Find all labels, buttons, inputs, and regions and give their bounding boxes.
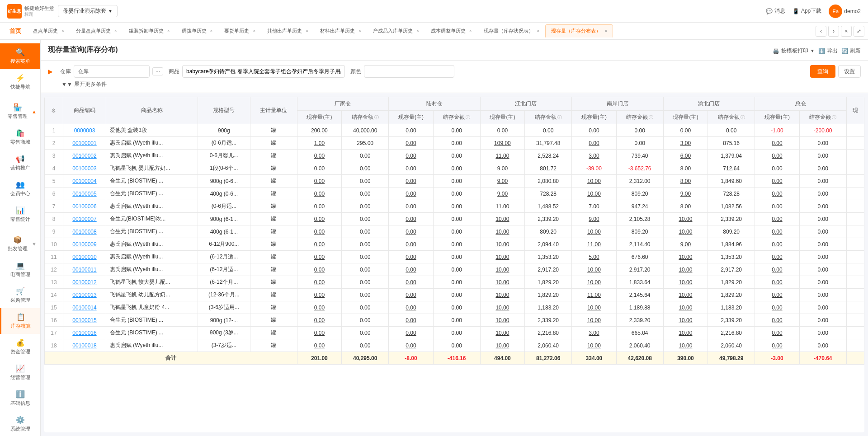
cell-zong-cur[interactable]: 0.00 (755, 314, 800, 327)
cell-zong-cur[interactable]: 0.00 (755, 251, 800, 263)
cell-code[interactable]: 00100006 (63, 200, 106, 213)
sidebar-item-system[interactable]: ⚙️ 系统管理 (0, 411, 40, 436)
cell-zong-cur[interactable]: 0.00 (755, 137, 800, 150)
cell-code[interactable]: 00100007 (63, 213, 106, 225)
cell-zong-cur[interactable]: 0.00 (755, 289, 800, 301)
cell-zong-cur[interactable]: 0.00 (755, 263, 800, 276)
cell-nanan-cur[interactable]: 10.00 (572, 301, 617, 314)
cell-code[interactable]: 00100011 (63, 263, 106, 276)
goods-input[interactable] (182, 65, 345, 78)
cell-code[interactable]: 00100016 (63, 327, 106, 339)
cell-code[interactable]: 00100008 (63, 225, 106, 238)
cell-lucun-cur[interactable]: 0.00 (389, 238, 434, 251)
cell-nanan-cur[interactable]: 10.00 (572, 175, 617, 188)
gear-icon[interactable]: ⚙ (51, 108, 56, 114)
cell-yubei-cur[interactable]: 10.00 (663, 251, 708, 263)
cell-zong-cur[interactable]: 0.00 (755, 301, 800, 314)
cell-zong-cur[interactable]: 0.00 (755, 327, 800, 339)
cell-yubei-cur[interactable]: 10.00 (663, 339, 708, 352)
cell-nanan-cur[interactable]: 10.00 (572, 339, 617, 352)
sidebar-item-member[interactable]: 👥 会员中心 (0, 176, 40, 202)
cell-jiangbei-cur[interactable]: 9.00 (480, 162, 525, 175)
cell-zong-cur[interactable]: -1.00 (755, 124, 800, 137)
cell-yubei-cur[interactable]: 8.00 (663, 200, 708, 213)
cell-jiangbei-cur[interactable]: 10.00 (480, 327, 525, 339)
cell-jiangbei-cur[interactable]: 10.00 (480, 301, 525, 314)
cell-changjia-cur[interactable]: 0.00 (297, 162, 342, 175)
tabs-prev-btn[interactable]: ‹ (816, 26, 826, 37)
cell-code[interactable]: 00100012 (63, 276, 106, 289)
cell-yubei-cur[interactable]: 0.00 (663, 124, 708, 137)
cell-changjia-cur[interactable]: 0.00 (297, 276, 342, 289)
info-icon-4[interactable]: ⓘ (649, 115, 653, 120)
close-icon[interactable]: × (537, 28, 540, 33)
cell-changjia-cur[interactable]: 200.00 (297, 124, 342, 137)
cell-jiangbei-cur[interactable]: 0.00 (480, 124, 525, 137)
cell-zong-cur[interactable]: 0.00 (755, 150, 800, 162)
tab-chengpinruku[interactable]: 产成品入库单历史 × (367, 24, 425, 38)
cell-jiangbei-cur[interactable]: 9.00 (480, 175, 525, 188)
tab-fenpandian[interactable]: 分量盘点单历史 × (70, 24, 123, 38)
app-download-btn[interactable]: 📱 App下载 (793, 7, 821, 15)
warehouse-input[interactable] (74, 65, 150, 78)
cell-nanan-cur[interactable]: 10.00 (572, 188, 617, 200)
message-btn[interactable]: 💬 消息 (766, 7, 785, 15)
cell-changjia-cur[interactable]: 0.00 (297, 238, 342, 251)
export-btn[interactable]: ⬇️ 导出 (818, 47, 838, 55)
search-button[interactable]: 查询 (810, 65, 835, 78)
cell-changjia-cur[interactable]: 0.00 (297, 251, 342, 263)
cell-changjia-cur[interactable]: 0.00 (297, 150, 342, 162)
cell-code[interactable]: 00100014 (63, 301, 106, 314)
cell-yubei-cur[interactable]: 3.00 (663, 137, 708, 150)
tab-kucunfenbu[interactable]: 现存量（库存分布表） × (545, 24, 613, 38)
cell-lucun-cur[interactable]: 0.00 (389, 225, 434, 238)
cell-code[interactable]: 00100015 (63, 314, 106, 327)
cell-jiangbei-cur[interactable]: 10.00 (480, 213, 525, 225)
cell-yubei-cur[interactable]: 6.00 (663, 150, 708, 162)
cell-nanan-cur[interactable]: 3.00 (572, 150, 617, 162)
tab-qitachuku[interactable]: 其他出库单历史 × (261, 24, 314, 38)
cell-nanan-cur[interactable]: 7.00 (572, 200, 617, 213)
info-icon-2[interactable]: ⓘ (466, 115, 470, 120)
cell-lucun-cur[interactable]: 0.00 (389, 276, 434, 289)
cell-nanan-cur[interactable]: -39.00 (572, 162, 617, 175)
info-icon[interactable]: ⓘ (374, 115, 379, 120)
close-icon[interactable]: × (114, 28, 117, 33)
sidebar-item-purchase[interactable]: 🛒 采购管理 (0, 282, 40, 308)
cell-yubei-cur[interactable]: 10.00 (663, 327, 708, 339)
cell-jiangbei-cur[interactable]: 10.00 (480, 251, 525, 263)
sidebar-item-retail[interactable]: 🏪 零售管理 ▲ (0, 98, 40, 124)
color-input[interactable] (364, 65, 454, 78)
cell-zong-cur[interactable]: 0.00 (755, 162, 800, 175)
sidebar-item-marketing[interactable]: 📢 营销推广 (0, 150, 40, 176)
close-icon[interactable]: × (416, 28, 419, 33)
cell-nanan-cur[interactable]: 10.00 (572, 314, 617, 327)
cell-jiangbei-cur[interactable]: 10.00 (480, 225, 525, 238)
cell-lucun-cur[interactable]: 0.00 (389, 124, 434, 137)
cell-yubei-cur[interactable]: 10.00 (663, 225, 708, 238)
cell-zong-cur[interactable]: 0.00 (755, 339, 800, 352)
cell-jiangbei-cur[interactable]: 10.00 (480, 276, 525, 289)
cell-lucun-cur[interactable]: 0.00 (389, 251, 434, 263)
cell-code[interactable]: 0000003 (63, 124, 106, 137)
cell-code[interactable]: 00100003 (63, 162, 106, 175)
cell-lucun-cur[interactable]: 0.00 (389, 162, 434, 175)
cell-nanan-cur[interactable]: 10.00 (572, 263, 617, 276)
sidebar-item-ecommerce[interactable]: 💻 电商管理 (0, 257, 40, 282)
cell-zong-cur[interactable]: 0.00 (755, 200, 800, 213)
cell-jiangbei-cur[interactable]: 9.00 (480, 188, 525, 200)
cell-lucun-cur[interactable]: 0.00 (389, 327, 434, 339)
tab-yaohuo[interactable]: 要货单历史 × (218, 24, 261, 38)
cell-changjia-cur[interactable]: 1.00 (297, 137, 342, 150)
cell-code[interactable]: 00100004 (63, 175, 106, 188)
setting-button[interactable]: 设置 (838, 65, 861, 78)
cell-nanan-cur[interactable]: 0.00 (572, 137, 617, 150)
refresh-btn[interactable]: 🔄 刷新 (841, 47, 861, 55)
info-icon-5[interactable]: ⓘ (741, 115, 745, 120)
cell-yubei-cur[interactable]: 10.00 (663, 213, 708, 225)
tabs-expand-btn[interactable]: ⤢ (854, 26, 864, 37)
cell-nanan-cur[interactable]: 5.00 (572, 251, 617, 263)
cell-zong-cur[interactable]: 0.00 (755, 175, 800, 188)
sidebar-item-retailshop[interactable]: 🛍️ 零售商城 (0, 124, 40, 150)
cell-code[interactable]: 00100002 (63, 150, 106, 162)
